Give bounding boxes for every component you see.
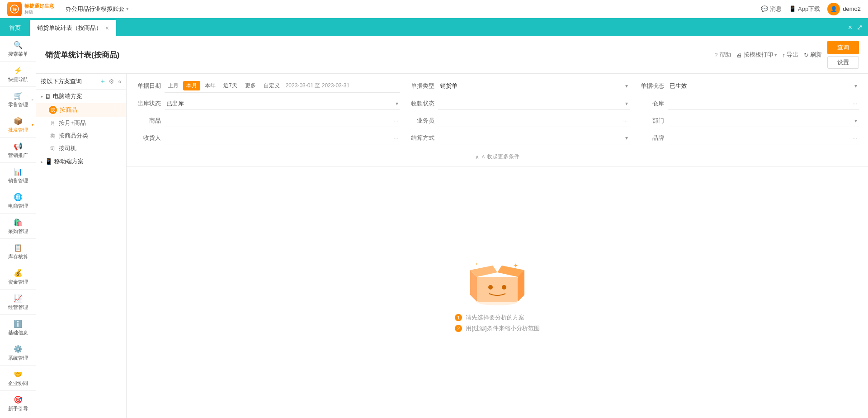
recipient-input[interactable]: ··· <box>165 132 400 144</box>
date-tab-current-month[interactable]: 本月 <box>183 81 200 90</box>
sidebar-item-wholesale[interactable]: 📦 批发管理 ▾ <box>0 112 36 138</box>
collapse-scheme-icon[interactable]: « <box>118 78 122 85</box>
tab-close-icon[interactable]: × <box>105 24 109 32</box>
sidebar-item-inventory[interactable]: 📋 库存核算 <box>0 239 36 264</box>
sidebar-item-search-menu[interactable]: 🔍 搜索菜单 <box>0 36 36 62</box>
sidebar-item-ecommerce[interactable]: 🌐 电商管理 <box>0 188 36 214</box>
doc-status-chevron-icon: ▾ <box>854 83 857 89</box>
collapse-bar[interactable]: ∧ ∧ 收起更多条件 <box>127 149 868 164</box>
add-scheme-icon[interactable]: + <box>101 77 105 86</box>
brand-more-icon[interactable]: ··· <box>853 135 857 141</box>
date-selector: 上月 本月 本年 近7天 更多 自定义 2023-03-01 至 2023-03… <box>165 79 400 93</box>
sidebar-item-purchase[interactable]: 🛍️ 采购管理 <box>0 214 36 239</box>
sales-icon: 📊 <box>14 167 23 176</box>
filter-doc-status-field: 单据状态 已生效 ▾ <box>639 80 859 92</box>
new-guide-icon: 🎯 <box>14 395 23 404</box>
filter-date-field: 单据日期 上月 本月 本年 近7天 更多 自定义 20 <box>136 79 400 93</box>
doc-type-select[interactable]: 销货单 ▾ <box>438 80 630 92</box>
scheme-item-by-category[interactable]: 类 按商品分类 <box>36 129 126 142</box>
workspace-selector[interactable]: 办公用品行业模拟账套 ▾ <box>60 5 129 13</box>
recipient-more-icon[interactable]: ··· <box>394 135 398 141</box>
date-tab-last-7[interactable]: 近7天 <box>220 81 241 90</box>
payment-status-select[interactable]: ▾ <box>438 97 630 110</box>
sidebar-item-retail[interactable]: 🛒 零售管理 ▸ <box>0 87 36 112</box>
tab-sales-stat[interactable]: 销货单统计表（按商品） × <box>30 20 116 36</box>
filter-product-field: 商品 ··· <box>136 114 400 127</box>
salesperson-more-icon[interactable]: ··· <box>623 118 627 124</box>
page-title: 销货单统计表(按商品) <box>45 50 119 65</box>
filter-salesperson-field: 业务员 ··· <box>409 114 630 127</box>
empty-tip-2: 2 用[过滤]条件来缩小分析范围 <box>455 324 539 332</box>
doc-type-chevron-icon: ▾ <box>625 83 628 89</box>
date-tab-custom[interactable]: 自定义 <box>260 81 283 90</box>
scheme-group-mobile-header[interactable]: ▸ 📱 移动端方案 <box>36 155 126 168</box>
filter-department-field: 部门 ▾ <box>639 114 859 127</box>
user-avatar[interactable]: 👤 demo2 <box>827 3 861 15</box>
warehouse-more-icon[interactable]: ··· <box>853 100 857 107</box>
doc-status-select[interactable]: 已生效 ▾ <box>668 80 859 92</box>
scheme-item-by-clerk[interactable]: 司 按司机 <box>36 142 126 155</box>
sidebar-item-sales[interactable]: 📊 销售管理 <box>0 163 36 188</box>
department-select[interactable]: ▾ <box>668 114 859 127</box>
scheme-group-pc-header[interactable]: ▾ 🖥 电脑端方案 <box>36 90 126 103</box>
inventory-icon: 📋 <box>14 243 23 252</box>
collapse-icon: ∧ <box>475 154 479 160</box>
brand-input[interactable]: ··· <box>668 132 859 144</box>
warehouse-input[interactable]: ··· <box>668 97 859 110</box>
help-btn[interactable]: ? 帮助 <box>714 51 731 59</box>
page-actions: ? 帮助 🖨 按模板打印 ▾ ↑ 导出 ↻ 刷新 查询 <box>714 41 859 73</box>
sidebar-item-enterprise[interactable]: 🤝 企业协同 <box>0 366 36 391</box>
close-window-icon[interactable]: × <box>848 23 852 31</box>
wholesale-icon: 📦 <box>14 117 23 125</box>
maximize-window-icon[interactable]: ⤢ <box>857 23 863 32</box>
message-btn[interactable]: 💬 消息 <box>761 5 782 13</box>
mobile-group-icon: 📱 <box>45 158 52 165</box>
sidebar-item-basic-info[interactable]: ℹ️ 基础信息 <box>0 315 36 340</box>
date-tab-last-month[interactable]: 上月 <box>165 81 182 90</box>
tab-home[interactable]: 首页 <box>0 20 30 36</box>
finance-icon: 💰 <box>14 269 23 277</box>
query-button[interactable]: 查询 <box>827 41 859 54</box>
settings-scheme-icon[interactable]: ⚙ <box>108 78 114 85</box>
scheme-item-by-product[interactable]: 按 按商品 <box>36 103 126 117</box>
sidebar-item-app-center[interactable]: 📱 应用中心 <box>0 416 36 418</box>
refresh-btn[interactable]: ↻ 刷新 <box>804 51 822 59</box>
recipient-label: 收货人 <box>136 134 161 142</box>
export-btn[interactable]: ↑ 导出 <box>783 51 799 59</box>
payment-method-select[interactable]: ▾ <box>438 132 630 144</box>
warehouse-status-select[interactable]: 已出库 ▾ <box>165 97 400 110</box>
app-download-btn[interactable]: 📱 App下载 <box>789 5 820 13</box>
filter-panel-title: 按以下方案查询 <box>41 77 82 86</box>
product-more-icon[interactable]: ··· <box>394 118 398 124</box>
tip-num-2: 2 <box>455 325 462 332</box>
product-input[interactable]: ··· <box>165 114 400 127</box>
sidebar-item-new-guide[interactable]: 🎯 新手引导 <box>0 391 36 416</box>
date-tab-more[interactable]: 更多 <box>242 81 259 90</box>
sidebar-item-finance[interactable]: 💰 资金管理 <box>0 264 36 290</box>
svg-text:好: 好 <box>12 7 17 12</box>
svg-point-9 <box>502 285 506 290</box>
sidebar-item-marketing[interactable]: 📢 营销推广 <box>0 138 36 163</box>
system-icon: ⚙️ <box>14 345 23 353</box>
tab-bar: 首页 销货单统计表（按商品） × × ⤢ <box>0 18 868 36</box>
help-icon: ? <box>714 52 717 58</box>
filter-scheme-panel: 按以下方案查询 + ⚙ « ▾ 🖥 电脑端方案 <box>36 74 127 418</box>
sidebar-item-quick-nav[interactable]: ⚡ 快捷导航 <box>0 62 36 87</box>
salesperson-input[interactable]: ··· <box>438 114 630 127</box>
warehouse-status-chevron-icon: ▾ <box>396 100 398 107</box>
retail-icon: 🛒 <box>14 91 23 100</box>
date-tabs: 上月 本月 本年 近7天 更多 自定义 <box>165 81 283 90</box>
print-btn[interactable]: 🖨 按模板打印 ▾ <box>736 51 777 59</box>
warehouse-label: 仓库 <box>639 100 664 108</box>
scheme-item-by-month-product[interactable]: 月 按月+商品 <box>36 117 126 129</box>
settings-button[interactable]: 设置 <box>827 56 859 69</box>
sidebar-item-system[interactable]: ⚙️ 系统管理 <box>0 340 36 366</box>
filter-row-2: 出库状态 已出库 ▾ 收款状态 ▾ <box>136 97 859 110</box>
filter-payment-method-field: 结算方式 ▾ <box>409 132 630 144</box>
date-tab-current-year[interactable]: 本年 <box>202 81 219 90</box>
doc-status-label: 单据状态 <box>639 82 664 90</box>
ecommerce-icon: 🌐 <box>14 193 23 201</box>
marketing-icon: 📢 <box>14 142 23 151</box>
filter-form: 单据日期 上月 本月 本年 近7天 更多 自定义 20 <box>127 74 868 166</box>
sidebar-item-operations[interactable]: 📈 经营管理 <box>0 290 36 315</box>
